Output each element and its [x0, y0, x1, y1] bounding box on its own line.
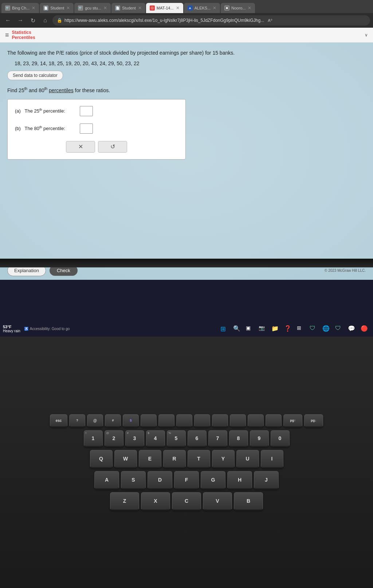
- chat-taskbar-icon[interactable]: 💬: [346, 323, 357, 334]
- antivirus-taskbar-icon[interactable]: 🛡: [333, 323, 345, 334]
- key-b[interactable]: B: [234, 492, 263, 510]
- key-t[interactable]: T: [188, 450, 210, 468]
- tab-close-student2[interactable]: ✕: [138, 5, 142, 11]
- taskview-icon[interactable]: ▣: [244, 323, 255, 334]
- apps-taskbar-icon[interactable]: ⊞: [295, 323, 306, 334]
- key-a[interactable]: A: [94, 471, 119, 489]
- x-icon: ✕: [78, 143, 83, 150]
- key-0[interactable]: 0: [271, 430, 290, 447]
- key-x[interactable]: X: [141, 492, 170, 510]
- folder-taskbar-icon[interactable]: 📁: [269, 323, 281, 334]
- help-taskbar-icon[interactable]: ❓: [282, 323, 294, 334]
- accessibility-label: Accessibility: Good to go: [30, 327, 70, 331]
- key-j[interactable]: J: [254, 471, 279, 489]
- tab-student1[interactable]: 📄 Student ✕: [40, 3, 74, 13]
- tab-bing[interactable]: 🔍 Bing Ch... ✕: [1, 3, 39, 13]
- undo-button[interactable]: ↺: [98, 141, 127, 153]
- key-v[interactable]: V: [203, 492, 232, 510]
- key-h[interactable]: H: [227, 471, 252, 489]
- tab-close-aleks[interactable]: ✕: [213, 5, 216, 11]
- key-y[interactable]: Y: [212, 450, 235, 468]
- key-w[interactable]: W: [114, 450, 137, 468]
- key-f4[interactable]: $: [123, 414, 139, 427]
- tab-close-mat[interactable]: ✕: [176, 5, 180, 11]
- edge-taskbar-icon[interactable]: 🌐: [320, 323, 332, 334]
- weather-condition: Heavy rain: [3, 329, 20, 333]
- tab-favicon-mat: ⓪: [150, 5, 155, 11]
- key-i[interactable]: I: [261, 450, 283, 468]
- key-f10[interactable]: [230, 414, 246, 427]
- tab-close-nooro[interactable]: ✕: [248, 5, 251, 11]
- key-9[interactable]: 9: [250, 430, 269, 447]
- forward-button[interactable]: →: [15, 15, 25, 26]
- key-f9[interactable]: [212, 414, 228, 427]
- tab-student2[interactable]: 📄 Student ✕: [111, 3, 145, 13]
- tab-mat[interactable]: ⓪ MAT-14... ✕: [146, 3, 183, 13]
- chevron-down-icon[interactable]: ∨: [365, 32, 368, 38]
- windows-start-icon[interactable]: ⊞: [218, 323, 230, 334]
- key-f6[interactable]: [158, 414, 174, 427]
- key-c[interactable]: C: [172, 492, 201, 510]
- key-f8[interactable]: [194, 414, 210, 427]
- key-pgdn[interactable]: pg↓: [304, 414, 323, 427]
- weather-widget: 53°F Heavy rain: [3, 325, 20, 333]
- home-button[interactable]: ⌂: [40, 15, 50, 26]
- accessibility-icon: ♿: [24, 327, 28, 331]
- tab-nooro[interactable]: 🔲 Nooro... ✕: [221, 3, 255, 13]
- part-b-input[interactable]: [80, 124, 93, 134]
- camera-taskbar-icon[interactable]: 📷: [256, 323, 268, 334]
- key-u[interactable]: U: [236, 450, 259, 468]
- shield-taskbar-icon[interactable]: 🛡: [307, 323, 319, 334]
- part-b-label: (b) The 80th percentile:: [15, 125, 77, 131]
- hamburger-icon[interactable]: ≡: [5, 31, 9, 39]
- address-bar: ← → ↻ ⌂ 🔒 https://www-awu.aleks.com/alek…: [0, 13, 373, 28]
- search-taskbar-icon[interactable]: 🔍: [231, 323, 243, 334]
- record-taskbar-icon[interactable]: 🔴: [358, 323, 370, 334]
- key-3[interactable]: #3: [125, 430, 144, 447]
- key-f7[interactable]: [176, 414, 192, 427]
- tab-close-student1[interactable]: ✕: [66, 5, 70, 11]
- key-f3[interactable]: #: [105, 414, 121, 427]
- key-d[interactable]: D: [148, 471, 172, 489]
- tab-favicon-nooro: 🔲: [224, 5, 229, 11]
- back-button[interactable]: ←: [3, 15, 13, 26]
- key-z[interactable]: Z: [110, 492, 139, 510]
- part-a-input[interactable]: [80, 106, 93, 116]
- key-e[interactable]: E: [139, 450, 161, 468]
- tab-close-gcu[interactable]: ✕: [103, 5, 107, 11]
- key-s[interactable]: S: [121, 471, 146, 489]
- keyboard-area: esc ? @ # $ pg↑ pg↓ !1 @2 #3 $4 %5 6 7: [0, 337, 373, 588]
- refresh-button[interactable]: ↻: [28, 15, 38, 26]
- key-q[interactable]: Q: [90, 450, 113, 468]
- url-bar[interactable]: 🔒 https://www-awu.aleks.com/alekscgi/x/l…: [52, 15, 370, 26]
- key-2[interactable]: @2: [105, 430, 123, 447]
- send-data-button[interactable]: Send data to calculator: [7, 71, 63, 80]
- key-7[interactable]: 7: [208, 430, 227, 447]
- key-6[interactable]: 6: [188, 430, 207, 447]
- problem-area: The following are the P/E ratios (price …: [0, 43, 373, 261]
- key-f5[interactable]: [141, 414, 157, 427]
- tab-bar: 🔍 Bing Ch... ✕ 📄 Student ✕ 🔍 gcu stu... …: [0, 0, 373, 13]
- key-g[interactable]: G: [201, 471, 225, 489]
- key-esc[interactable]: esc: [50, 414, 67, 427]
- tab-aleks[interactable]: A ALEKS... ✕: [184, 3, 220, 13]
- tab-close-bing[interactable]: ✕: [32, 5, 35, 11]
- key-f11[interactable]: [248, 414, 264, 427]
- keyboard-row-numbers: !1 @2 #3 $4 %5 6 7 8 9 0: [84, 430, 290, 447]
- key-5[interactable]: %5: [167, 430, 186, 447]
- key-f2[interactable]: @: [87, 414, 103, 427]
- key-8[interactable]: 8: [229, 430, 248, 447]
- tab-favicon-gcu: 🔍: [78, 5, 83, 11]
- key-1[interactable]: !1: [84, 430, 103, 447]
- answer-box: (a) The 25th percentile: (b) The 80th pe…: [7, 99, 186, 160]
- key-f1[interactable]: ?: [69, 414, 85, 427]
- key-4[interactable]: $4: [146, 430, 165, 447]
- key-f[interactable]: F: [174, 471, 199, 489]
- key-f12[interactable]: [266, 414, 282, 427]
- tab-gcu[interactable]: 🔍 gcu stu... ✕: [74, 3, 111, 13]
- clear-button[interactable]: ✕: [66, 141, 95, 153]
- key-pgup[interactable]: pg↑: [283, 414, 302, 427]
- keyboard-row-func: esc ? @ # $ pg↑ pg↓: [50, 414, 323, 427]
- temperature: 53°F: [3, 325, 20, 329]
- key-r[interactable]: R: [163, 450, 186, 468]
